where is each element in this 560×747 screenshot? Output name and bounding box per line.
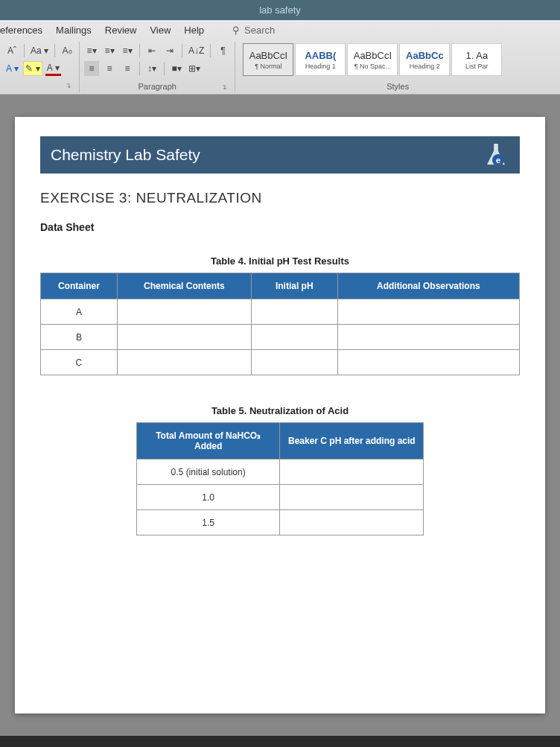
align-left-button[interactable]: ≡ <box>84 61 99 76</box>
change-case-button[interactable]: Aa ▾ <box>29 43 50 58</box>
increase-indent-button[interactable]: ⇥ <box>162 43 177 58</box>
table-row[interactable]: A <box>41 299 520 325</box>
style-list-para[interactable]: 1. Aa List Par <box>451 43 502 76</box>
paragraph-group-label: Paragraph <box>139 77 176 92</box>
tab-mailings[interactable]: Mailings <box>56 25 92 36</box>
shading-button[interactable]: ■▾ <box>169 61 184 76</box>
style-heading-2[interactable]: AaBbCc Heading 2 <box>399 43 450 76</box>
table-row[interactable]: B <box>41 325 520 350</box>
paragraph-group: ≡▾ ≡▾ ≡▾ ⇤ ⇥ A↓Z ¶ ≡ ≡ ≡ ↕▾ ■▾ ⊞▾ <box>80 42 235 92</box>
title-bar: lab safety <box>0 0 560 20</box>
table4-title: Table 4. Initial pH Test Results <box>40 255 520 267</box>
document-area[interactable]: Chemistry Lab Safety e EXERCISE 3: NEUTR… <box>0 95 560 736</box>
paragraph-dialog-launcher[interactable]: ↴ <box>221 83 230 91</box>
grow-font-button[interactable]: Aˆ <box>4 43 19 58</box>
table-row[interactable]: 0.5 (initial solution) <box>136 460 423 485</box>
table4-header-contents: Chemical Contents <box>117 273 251 299</box>
highlight-button[interactable]: ✎ ▾ <box>23 61 42 76</box>
tab-review[interactable]: Review <box>105 25 137 36</box>
document-banner: Chemistry Lab Safety e <box>40 136 520 174</box>
table5-header-amount: Total Amount of NaHCO₃ Added <box>136 423 280 460</box>
exercise-heading: EXERCISE 3: NEUTRALIZATION <box>40 190 520 206</box>
tab-help[interactable]: Help <box>184 25 204 36</box>
numbering-button[interactable]: ≡▾ <box>102 43 117 58</box>
align-right-button[interactable]: ≡ <box>120 61 135 76</box>
font-dialog-launcher[interactable]: ↴ <box>4 77 74 91</box>
line-spacing-button[interactable]: ↕▾ <box>144 61 159 76</box>
text-effects-button[interactable]: A ▾ <box>4 61 20 76</box>
decrease-indent-button[interactable]: ⇤ <box>144 43 159 58</box>
table-row[interactable]: 1.5 <box>136 510 423 535</box>
clear-formatting-button[interactable]: A₀ <box>60 43 74 58</box>
font-color-button[interactable]: A ▾ <box>45 61 61 76</box>
style-no-spacing[interactable]: AaBbCcI ¶ No Spac... <box>347 43 398 76</box>
style-normal[interactable]: AaBbCcI ¶ Normal <box>243 43 293 76</box>
styles-group: AaBbCcI ¶ Normal AABB( Heading 1 AaBbCcI… <box>235 42 560 92</box>
style-heading-1[interactable]: AABB( Heading 1 <box>295 43 346 76</box>
search-placeholder: Search <box>244 25 275 36</box>
table5-title: Table 5. Neutralization of Acid <box>40 405 520 416</box>
multilevel-button[interactable]: ≡▾ <box>120 43 135 58</box>
document-page[interactable]: Chemistry Lab Safety e EXERCISE 3: NEUTR… <box>15 117 545 713</box>
sort-button[interactable]: A↓Z <box>187 43 206 58</box>
ribbon-tabs: eferences Mailings Review View Help ⚲ Se… <box>0 20 560 39</box>
font-group: Aˆ Aa ▾ A₀ A ▾ ✎ ▾ A ▾ ↴ <box>0 42 80 92</box>
datasheet-subheading: Data Sheet <box>40 221 520 233</box>
table-row[interactable]: C <box>41 350 520 375</box>
table-initial-ph[interactable]: Container Chemical Contents Initial pH A… <box>40 273 520 375</box>
table4-header-container: Container <box>41 273 118 299</box>
styles-group-label: Styles <box>240 77 556 92</box>
align-center-button[interactable]: ≡ <box>102 61 117 76</box>
bullets-button[interactable]: ≡▾ <box>84 43 99 58</box>
table-row[interactable]: 1.0 <box>136 485 423 510</box>
table4-header-ph: Initial pH <box>251 273 337 299</box>
table-neutralization[interactable]: Total Amount of NaHCO₃ Added Beaker C pH… <box>136 422 424 535</box>
search-icon: ⚲ <box>232 25 240 36</box>
search-box[interactable]: ⚲ Search <box>232 25 275 36</box>
ribbon: eferences Mailings Review View Help ⚲ Se… <box>0 20 560 95</box>
table5-header-ph: Beaker C pH after adding acid <box>280 423 424 460</box>
show-marks-button[interactable]: ¶ <box>215 43 230 58</box>
tab-view[interactable]: View <box>150 25 171 36</box>
tab-references[interactable]: eferences <box>0 25 42 36</box>
table4-header-obs: Additional Observations <box>337 273 519 299</box>
banner-title: Chemistry Lab Safety <box>51 146 200 164</box>
borders-button[interactable]: ⊞▾ <box>187 61 202 76</box>
styles-gallery: AaBbCcI ¶ Normal AABB( Heading 1 AaBbCcI… <box>240 42 556 77</box>
flask-icon: e <box>487 144 509 166</box>
